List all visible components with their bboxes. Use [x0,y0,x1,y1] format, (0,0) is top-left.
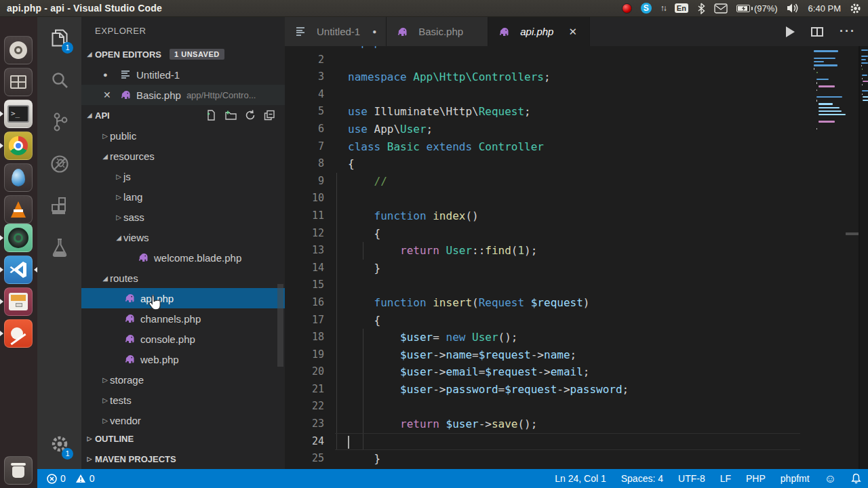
activitybar-source-control-icon[interactable] [37,101,81,143]
notifications-bell-icon[interactable] [851,473,861,484]
code-line-1: 1<?php [285,46,868,52]
volume-icon[interactable] [787,3,800,14]
minimap-line [818,103,833,104]
postman-icon[interactable] [4,319,33,348]
code-token: Request [479,296,531,309]
tab-api-php[interactable]: api.php✕ [488,17,590,46]
system-title-bar: api.php - api - Visual Studio Code S ↑↓ … [0,0,868,17]
tree-item-js[interactable]: ▷js [81,166,285,186]
tree-item-web-php[interactable]: web.php [81,349,285,369]
vscode-icon[interactable] [4,256,33,284]
line-number: 14 [285,260,324,277]
overview-line [862,90,868,92]
tab-Untitled-1[interactable]: Untitled-1● [285,17,387,46]
activitybar-debug-icon[interactable] [37,143,81,185]
clock[interactable]: 6:40 PM [808,3,841,14]
minimap-line [816,82,817,83]
code-token: <?php [348,46,380,49]
tree-item-storage[interactable]: ▷storage [81,369,285,390]
ubuntu-dash-icon[interactable] [4,36,33,64]
code-token: index [433,209,465,222]
code-line-8: 8{ [285,155,868,173]
activitybar-settings-gear-icon[interactable]: 1 [37,423,81,465]
code-token: = [472,348,479,361]
skype-tray-icon[interactable]: S [641,3,652,14]
refresh-button[interactable] [245,110,256,121]
file-archiver-icon[interactable] [4,287,33,316]
tree-item-api-php[interactable]: api.php [81,288,285,308]
cursor-position[interactable]: Ln 24, Col 1 [555,473,606,484]
tree-item-resources[interactable]: ◢resources [81,146,285,166]
tree-item-vendor[interactable]: ▷vendor [81,410,285,430]
vlc-icon[interactable] [4,195,33,224]
tree-item-sass[interactable]: ▷sass [81,207,285,227]
code-token: name [544,348,570,361]
bluetooth-icon[interactable] [697,3,705,14]
new-folder-button[interactable] [224,110,237,121]
indentation-setting[interactable]: Spaces: 4 [621,473,663,484]
more-actions-button[interactable]: ··· [840,24,856,39]
tree-item-lang[interactable]: ▷lang [81,186,285,207]
battery-indicator[interactable]: (97%) [736,3,778,14]
sidebar-scrollbar[interactable] [277,284,283,367]
trash-icon[interactable] [4,456,33,485]
code-token: ; [570,348,577,361]
close-editor-icon[interactable]: ✕ [103,89,114,100]
tab-Basic-php[interactable]: Basic.php [387,17,488,46]
open-editor-item[interactable]: ✕Basic.phpapp/Http/Contro... [81,85,285,105]
workspace-switcher-icon[interactable] [4,68,33,96]
run-code-button[interactable] [786,26,795,37]
close-tab-icon[interactable]: ✕ [568,26,577,38]
collapse-all-button[interactable] [264,110,275,121]
code-line-23: 23 return $user->save(); [285,415,868,433]
indent-guide [363,381,363,399]
code-line-2: 2 [285,52,868,69]
code-token: -> [537,365,550,378]
chrome-icon[interactable] [4,131,33,160]
code-token: // [348,175,387,188]
activitybar-explorer-icon[interactable]: 1 [37,17,81,59]
screen-recorder-icon[interactable] [4,224,33,252]
warning-count[interactable]: 0 [75,473,95,484]
code-line-22: 22 [285,398,868,415]
terminal-icon[interactable]: >_ [4,100,33,128]
code-token: $user [348,365,433,378]
language-mode[interactable]: PHP [746,473,766,484]
open-editors-header[interactable]: ◢ OPEN EDITORS 1 UNSAVED [81,44,285,64]
open-editor-item[interactable]: ●Untitled-1 [81,64,285,85]
activitybar-search-icon[interactable] [37,59,81,101]
section-outline[interactable]: ▷OUTLINE [81,428,285,449]
tree-item-public[interactable]: ▷public [81,125,285,146]
indent-guide [363,346,363,364]
project-section-header[interactable]: ◢ API [81,105,285,125]
deluge-icon[interactable] [4,163,33,192]
tree-item-welcome-blade-php[interactable]: welcome.blade.php [81,247,285,268]
recording-indicator-icon[interactable] [622,3,632,14]
activitybar-extensions-icon[interactable] [37,185,81,227]
code-editor[interactable]: 1<?php23namespace App\Http\Controllers;4… [285,46,868,469]
activitybar-test-beaker-icon[interactable] [37,227,81,269]
encoding-setting[interactable]: UTF-8 [678,473,705,484]
tree-item-routes[interactable]: ◢routes [81,268,285,288]
new-file-button[interactable] [205,110,216,121]
minimap-scroll-indicator[interactable] [846,232,859,235]
formatter-status[interactable]: phpfmt [781,473,810,484]
mail-icon[interactable] [714,3,728,14]
tree-item-console-php[interactable]: console.php [81,329,285,349]
indent-guide [363,415,363,433]
tree-item-views[interactable]: ◢views [81,227,285,247]
feedback-smiley-icon[interactable]: ☺ [825,473,836,485]
tree-item-tests[interactable]: ▷tests [81,390,285,410]
network-updown-icon[interactable]: ↑↓ [660,3,666,13]
error-count[interactable]: 0 [47,473,66,484]
keyboard-layout-indicator[interactable]: En [675,3,688,13]
session-gear-icon[interactable] [850,3,861,14]
eol-setting[interactable]: LF [720,473,731,484]
tree-item-channels-php[interactable]: channels.php [81,308,285,329]
code-token: $user [348,383,433,396]
split-editor-button[interactable] [811,27,823,37]
minimap-line [814,61,824,62]
section-label: MAVEN PROJECTS [95,454,176,464]
minimap[interactable] [811,46,850,469]
section-maven-projects[interactable]: ▷MAVEN PROJECTS [81,449,285,469]
